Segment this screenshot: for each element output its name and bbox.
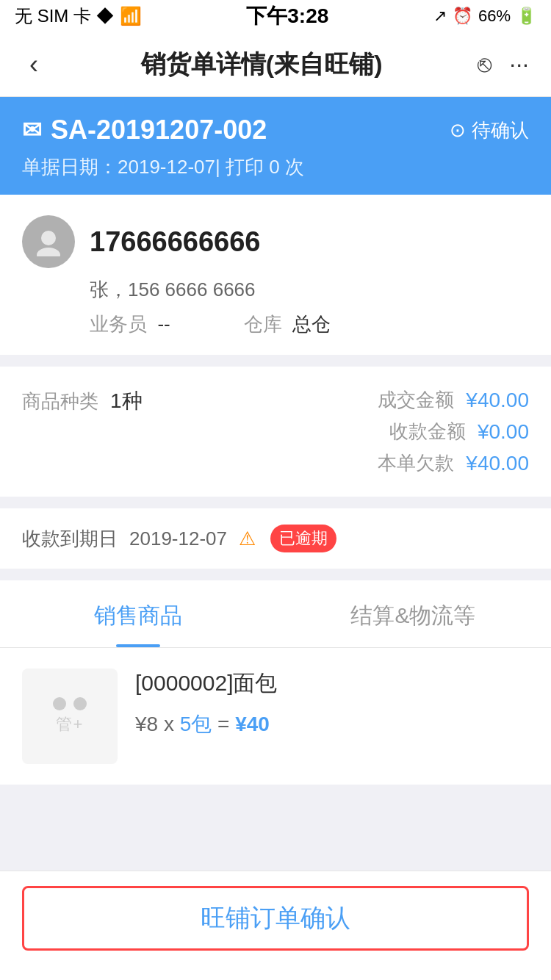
tab-sales-products[interactable]: 销售商品: [0, 580, 276, 647]
order-id: ✉ SA-20191207-002: [22, 115, 267, 145]
summary-section: 商品种类 1种 成交金额 ¥40.00 收款金额 ¥0.00 本单欠款 ¥40.…: [0, 367, 551, 497]
product-total: ¥40: [235, 713, 270, 735]
order-date: 单据日期：2019-12-07| 打印 0 次: [22, 154, 529, 180]
customer-avatar: [22, 215, 75, 268]
status-bar: 无 SIM 卡 ◆ 📶 下午3:28 ↗ ⏰ 66% 🔋: [0, 0, 551, 32]
order-header: ✉ SA-20191207-002 ⊙ 待确认 单据日期：2019-12-07|…: [0, 97, 551, 195]
salesperson-value: --: [157, 313, 170, 335]
owed-row: 本单欠款 ¥40.00: [378, 450, 529, 476]
customer-meta: 业务员 -- 仓库 总仓: [22, 311, 529, 337]
product-name: [0000002]面包: [135, 669, 529, 699]
owed-value: ¥40.00: [466, 452, 529, 475]
more-button[interactable]: ···: [509, 51, 529, 78]
status-bar-left: 无 SIM 卡 ◆ 📶: [15, 4, 142, 28]
product-qty: 5包: [180, 713, 212, 735]
product-type-label: 商品种类: [22, 389, 98, 414]
warehouse-label: 仓库: [244, 313, 282, 335]
product-type: 商品种类 1种: [22, 387, 143, 415]
warehouse-value: 总仓: [292, 313, 331, 335]
salesperson-label: 业务员: [90, 313, 147, 335]
product-price: ¥8 x 5包 = ¥40: [135, 710, 529, 738]
confirm-order-button[interactable]: 旺铺订单确认: [22, 886, 529, 951]
product-type-value: 1种: [110, 387, 143, 415]
confirm-button-container: 旺铺订单确认: [0, 871, 551, 980]
amount-row: 成交金额 ¥40.00: [378, 387, 529, 413]
order-icon: ✉: [22, 116, 42, 144]
back-button[interactable]: ‹: [22, 42, 46, 87]
received-row: 收款金额 ¥0.00: [389, 419, 529, 444]
received-value: ¥0.00: [478, 420, 529, 444]
due-date-section: 收款到期日 2019-12-07 ⚠ 已逾期: [0, 508, 551, 569]
alarm-icon: ⏰: [453, 7, 472, 26]
tabs-section: 销售商品 结算&物流等: [0, 580, 551, 648]
warning-icon: ⚠: [239, 527, 256, 550]
tabs-row: 销售商品 结算&物流等: [0, 580, 551, 648]
financial-summary: 成交金额 ¥40.00 收款金额 ¥0.00 本单欠款 ¥40.00: [378, 387, 529, 476]
battery-icon: 🔋: [516, 7, 536, 26]
amount-value: ¥40.00: [466, 389, 529, 412]
order-status: ⊙ 待确认: [450, 118, 529, 143]
product-thumbnail: 管+: [22, 669, 118, 764]
status-bar-right: ↗ ⏰ 66% 🔋: [433, 7, 536, 26]
owl-eye-left: [53, 697, 66, 710]
amount-label: 成交金额: [378, 387, 454, 413]
product-item: 管+ [0000002]面包 ¥8 x 5包 = ¥40: [22, 669, 529, 764]
status-clock-icon: ⊙: [450, 119, 466, 142]
due-date-label: 收款到期日: [22, 526, 118, 552]
product-section: 管+ [0000002]面包 ¥8 x 5包 = ¥40: [0, 648, 551, 785]
wifi-icon: 📶: [120, 6, 142, 26]
share-button[interactable]: ⎋: [478, 51, 491, 78]
nav-actions: ⎋ ···: [478, 51, 529, 78]
tab-settlement[interactable]: 结算&物流等: [276, 580, 551, 647]
equals-sign: =: [212, 713, 235, 735]
customer-phone: 17666666666: [90, 226, 260, 258]
price-base: ¥8 x: [135, 713, 180, 735]
owed-label: 本单欠款: [378, 450, 454, 476]
status-bar-time: 下午3:28: [246, 2, 328, 30]
battery-level: 66%: [478, 7, 511, 26]
page-title: 销货单详情(来自旺铺): [46, 48, 478, 82]
customer-name: 张，156 6666 6666: [22, 277, 529, 303]
product-info: [0000002]面包 ¥8 x 5包 = ¥40: [135, 669, 529, 738]
svg-point-1: [37, 248, 60, 256]
owl-logo-text: 管+: [56, 713, 84, 735]
status-text: 待确认: [472, 118, 529, 143]
received-label: 收款金额: [389, 419, 466, 444]
overdue-badge: 已逾期: [270, 525, 336, 552]
nav-bar: ‹ 销货单详情(来自旺铺) ⎋ ···: [0, 32, 551, 97]
due-date-value: 2019-12-07: [129, 527, 227, 550]
svg-point-0: [41, 231, 56, 245]
customer-section: 17666666666 张，156 6666 6666 业务员 -- 仓库 总仓: [0, 195, 551, 355]
location-icon: ↗: [433, 7, 447, 26]
order-id-text: SA-20191207-002: [51, 115, 267, 145]
sim-status: 无 SIM 卡 ◆: [15, 4, 114, 28]
owl-eye-right: [73, 697, 87, 710]
